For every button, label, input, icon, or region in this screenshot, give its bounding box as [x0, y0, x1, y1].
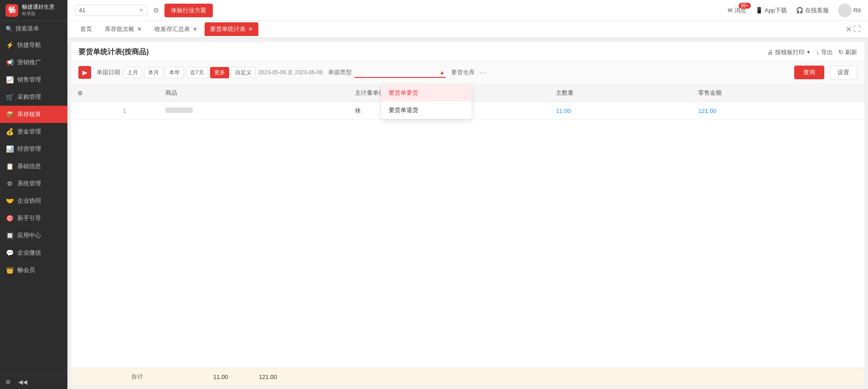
sidebar-logo: 畅 畅捷通好生意 标准版 [0, 0, 67, 21]
sidebar-item-label: 营销推广 [17, 58, 41, 67]
purchase-icon: 🛒 [5, 93, 14, 101]
tab-inventory-batch-close[interactable]: ✕ [137, 26, 142, 32]
date-filter-group: 单据日期 上月 本月 本年 近7天 更多 自定义 2023-05-06 至 20… [97, 67, 323, 78]
tab-order-stats-close[interactable]: ✕ [248, 26, 253, 32]
guide-icon: 🎯 [5, 214, 14, 222]
th-amount: 零售金额 [693, 84, 864, 102]
td-qty[interactable]: 11.00 [550, 102, 693, 120]
messages-btn[interactable]: ✉ 消息 99+ [728, 6, 746, 15]
sidebar-item-appstore[interactable]: 🔲 应用中心 [0, 227, 67, 244]
date-btn-custom[interactable]: 自定义 [231, 67, 256, 78]
headset-icon: 🎧 [796, 7, 803, 14]
topbar: 41 ▼ ⚙ 体验行业方案 ✉ 消息 99+ 📱 App下载 🎧 在线客服 Ri… [67, 0, 868, 21]
date-filter-label: 单据日期 [97, 68, 120, 77]
type-filter-group: 单据类型 ▲ [328, 67, 446, 78]
sidebar-item-label: 系统管理 [17, 179, 41, 188]
tab-inventory-batch[interactable]: 库存批次账 ✕ [99, 22, 147, 36]
tab-home-label: 首页 [80, 25, 92, 33]
sidebar-item-label: 资金管理 [17, 128, 41, 136]
company-selector[interactable]: 41 ▼ [75, 5, 148, 16]
sidebar-item-guide[interactable]: 🎯 新手引导 [0, 210, 67, 227]
tab-receive-summary-close[interactable]: ✕ [193, 26, 197, 32]
dropdown-item-order-delivery[interactable]: 要货单要货 [381, 84, 472, 102]
date-quick-btns: 上月 本月 本年 近7天 更多 自定义 [123, 67, 256, 78]
sidebar-item-finance[interactable]: 💰 资金管理 [0, 123, 67, 140]
operations-icon: 📊 [5, 145, 14, 153]
td-settings-cell [71, 102, 89, 120]
footer-total-label: 合计 [77, 373, 186, 381]
dropdown-item-order-return[interactable]: 要货单退货 [381, 102, 472, 119]
main-area: 41 ▼ ⚙ 体验行业方案 ✉ 消息 99+ 📱 App下载 🎧 在线客服 Ri… [67, 0, 868, 389]
sidebar-item-enterprise[interactable]: 🤝 企业协同 [0, 192, 67, 210]
type-filter-label: 单据类型 [328, 68, 352, 77]
enterprise-icon: 🤝 [5, 197, 14, 205]
sidebar-item-marketing[interactable]: 📢 营销推广 [0, 54, 67, 71]
date-btn-last-month[interactable]: 上月 [123, 67, 142, 78]
sidebar-item-label: 销售管理 [17, 76, 41, 84]
warehouse-dots-icon[interactable]: ⋯ [479, 68, 487, 77]
tabs-bar: 首页 库存批次账 ✕ 收发存汇总表 ✕ 要货单统计表 ✕ ✕ ⛶ [67, 21, 868, 38]
sidebar-item-label: 畅会员 [17, 266, 35, 274]
date-btn-this-month[interactable]: 本月 [144, 67, 163, 78]
sidebar-item-label: 新手引导 [17, 214, 41, 222]
content-area: 要货单统计表(按商品) 🖨 按模板打印 ▼ ↓ 导出 ↻ 刷新 [71, 42, 864, 385]
tab-maximize-btn[interactable]: ⛶ [853, 25, 861, 34]
appstore-icon: 🔲 [5, 231, 14, 240]
sidebar-item-inventory[interactable]: 📦 库存核算 [0, 106, 67, 123]
th-product: 商品 [160, 84, 349, 102]
tab-order-stats-label: 要货单统计表 [210, 25, 246, 33]
refresh-icon: ↻ [838, 49, 843, 56]
sidebar-item-purchase[interactable]: 🛒 采购管理 [0, 88, 67, 106]
trial-industry-button[interactable]: 体验行业方案 [164, 4, 213, 17]
footer-total-amount: 121.00 [259, 374, 313, 380]
sidebar-collapse-btn[interactable]: ◀◀ [18, 379, 27, 385]
sidebar-item-label: 企业协同 [17, 197, 41, 205]
message-icon: ✉ [728, 7, 733, 14]
topbar-gear-icon[interactable]: ⚙ [153, 6, 159, 15]
settings-button[interactable]: 设置 [830, 66, 857, 79]
sidebar-item-wechat[interactable]: 💬 企业微信 [0, 244, 67, 261]
sidebar-search[interactable]: 🔍 搜索菜单 [0, 21, 67, 36]
user-profile-btn[interactable]: Rit [838, 4, 861, 17]
online-service-btn[interactable]: 🎧 在线客服 [796, 6, 829, 15]
export-btn[interactable]: ↓ 导出 [817, 48, 833, 56]
date-btn-this-year[interactable]: 本年 [165, 67, 184, 78]
sidebar-item-sales[interactable]: 📈 销售管理 [0, 71, 67, 88]
tab-home[interactable]: 首页 [75, 22, 98, 36]
expand-icon: ▶ [82, 69, 87, 76]
sidebar-item-basic[interactable]: 📋 基础信息 [0, 158, 67, 175]
tab-inventory-batch-label: 库存批次账 [105, 25, 134, 33]
refresh-btn[interactable]: ↻ 刷新 [838, 48, 857, 56]
sidebar-item-system[interactable]: ⚙ 系统管理 [0, 175, 67, 192]
finance-icon: 💰 [5, 128, 14, 136]
td-amount[interactable]: 121.00 [693, 102, 864, 120]
sidebar-item-label: 经营管理 [17, 145, 41, 153]
sidebar-item-member[interactable]: 👑 畅会员 [0, 261, 67, 279]
tab-receive-summary[interactable]: 收发存汇总表 ✕ [149, 22, 203, 36]
sidebar-item-operations[interactable]: 📊 经营管理 [0, 140, 67, 158]
quick-nav-icon: ⚡ [5, 41, 14, 49]
sidebar-item-quick-nav[interactable]: ⚡ 快捷导航 [0, 36, 67, 54]
sidebar-item-label: 企业微信 [17, 249, 41, 257]
print-template-btn[interactable]: 🖨 按模板打印 ▼ [767, 48, 811, 56]
tab-close-all-btn[interactable]: ✕ [846, 25, 852, 34]
type-select-arrow-icon[interactable]: ▲ [439, 69, 445, 76]
app-download-label: App下载 [765, 6, 787, 15]
tab-order-stats[interactable]: 要货单统计表 ✕ [205, 22, 258, 36]
mobile-icon: 📱 [755, 7, 763, 14]
sidebar-bottom: ⚙ ◀◀ [0, 374, 67, 389]
td-row-num: 1 [89, 102, 160, 120]
date-btn-more[interactable]: 更多 [210, 67, 229, 78]
sidebar-search-label: 搜索菜单 [15, 25, 39, 33]
date-btn-last-7-days[interactable]: 近7天 [186, 67, 208, 78]
app-download-btn[interactable]: 📱 App下载 [755, 6, 787, 15]
sidebar-settings-btn[interactable]: ⚙ [5, 379, 11, 385]
filter-expand-btn[interactable]: ▶ [78, 66, 91, 79]
username-label: Rit [853, 7, 861, 14]
sidebar: 畅 畅捷通好生意 标准版 🔍 搜索菜单 ⚡ 快捷导航 📢 营销推广 📈 销售管理… [0, 0, 67, 389]
th-settings[interactable]: ⚙ [71, 84, 89, 102]
type-select-input[interactable] [354, 67, 446, 78]
sidebar-item-label: 应用中心 [17, 231, 41, 240]
query-button[interactable]: 查询 [794, 66, 824, 79]
th-num [89, 84, 160, 102]
